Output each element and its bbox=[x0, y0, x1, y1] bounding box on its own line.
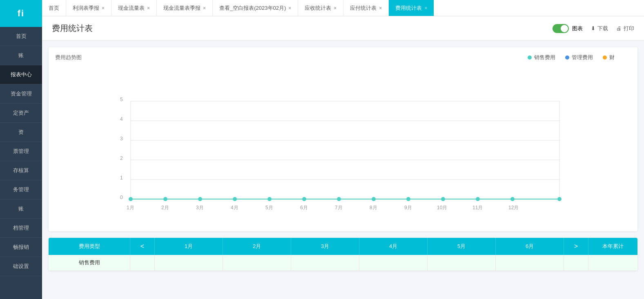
svg-point-19 bbox=[302, 197, 306, 201]
svg-text:4月: 4月 bbox=[231, 205, 238, 210]
sidebar-item-write-off[interactable]: 畅报销 bbox=[0, 238, 42, 257]
sidebar-item-ledger[interactable]: 账 bbox=[0, 46, 42, 65]
svg-text:5: 5 bbox=[120, 97, 123, 102]
svg-text:5月: 5月 bbox=[265, 205, 273, 210]
svg-point-17 bbox=[233, 197, 237, 201]
tab-profit-quarterly[interactable]: 利润表季报 × bbox=[66, 0, 111, 16]
legend-dot-sales bbox=[528, 55, 532, 60]
svg-point-25 bbox=[510, 197, 515, 201]
td-m2 bbox=[223, 255, 291, 270]
svg-point-14 bbox=[129, 197, 133, 201]
chart-svg-container: 0 1 2 3 4 5 bbox=[55, 69, 631, 225]
tab-expense[interactable]: 费用统计表 × bbox=[389, 0, 434, 16]
next-arrow-icon[interactable]: > bbox=[573, 243, 579, 250]
th-prev[interactable]: < bbox=[130, 238, 155, 255]
legend-dot-finance bbox=[603, 55, 607, 60]
svg-point-18 bbox=[267, 197, 272, 201]
tab-view-blank[interactable]: 查看_空白报表(2023年02月) × bbox=[213, 0, 298, 16]
svg-point-20 bbox=[337, 197, 341, 201]
sidebar-item-business[interactable]: 务管理 bbox=[0, 180, 42, 199]
td-ytd bbox=[588, 255, 637, 270]
th-m3: 3月 bbox=[291, 238, 359, 255]
td-prev bbox=[130, 255, 155, 270]
legend-sales: 销售费用 bbox=[528, 54, 555, 61]
svg-text:9月: 9月 bbox=[404, 205, 412, 210]
table-header: 费用类型 < 1月 2月 3月 4月 5月 bbox=[49, 238, 637, 255]
th-next[interactable]: > bbox=[564, 238, 588, 255]
chart-toggle[interactable] bbox=[553, 24, 569, 33]
sidebar-item-inventory[interactable]: 存核算 bbox=[0, 161, 42, 180]
tab-payable[interactable]: 应付统计表 × bbox=[343, 0, 389, 16]
legend-label-sales: 销售费用 bbox=[534, 54, 555, 61]
sidebar-item-fund[interactable]: 资金管理 bbox=[0, 84, 42, 104]
sidebar-item-home[interactable]: 首页 bbox=[0, 27, 42, 46]
close-expense[interactable]: × bbox=[424, 5, 427, 11]
sidebar-item-reports[interactable]: 报表中心 bbox=[0, 65, 42, 84]
sidebar-item-archive[interactable]: 档管理 bbox=[0, 219, 42, 238]
chart-title: 费用趋势图 bbox=[55, 54, 82, 61]
chart-toggle-wrap: 图表 bbox=[553, 24, 583, 33]
svg-text:2: 2 bbox=[120, 155, 123, 161]
expense-table: 费用类型 < 1月 2月 3月 4月 5月 bbox=[49, 238, 637, 271]
chart-legend: 销售费用 管理费用 财 bbox=[528, 54, 615, 61]
tab-cashflow[interactable]: 现金流量表 × bbox=[111, 0, 157, 16]
tab-home[interactable]: 首页 bbox=[42, 0, 66, 16]
download-button[interactable]: ⬇ 下载 bbox=[591, 25, 608, 32]
sidebar-item-fixed-assets[interactable]: 定资产 bbox=[0, 104, 42, 123]
svg-point-23 bbox=[441, 197, 445, 201]
legend-mgmt: 管理费用 bbox=[565, 54, 593, 61]
sidebar-item-invoice[interactable]: 票管理 bbox=[0, 142, 42, 161]
close-payable[interactable]: × bbox=[379, 5, 382, 11]
tab-receivable[interactable]: 应收统计表 × bbox=[298, 0, 343, 16]
sidebar-item-settings[interactable]: 础设置 bbox=[0, 257, 42, 276]
td-m4 bbox=[359, 255, 428, 270]
prev-arrow-icon[interactable]: < bbox=[139, 243, 146, 250]
th-m1: 1月 bbox=[155, 238, 223, 255]
svg-text:6月: 6月 bbox=[300, 205, 308, 210]
main-area: 首页 利润表季报 × 现金流量表 × 现金流量表季报 × 查看_空白报表(202… bbox=[42, 0, 644, 299]
app-logo: fi bbox=[0, 0, 42, 27]
sidebar-item-sub-ledger[interactable]: 账 bbox=[0, 199, 42, 219]
tab-bar: 首页 利润表季报 × 现金流量表 × 现金流量表季报 × 查看_空白报表(202… bbox=[42, 0, 644, 16]
header-actions: 图表 ⬇ 下载 🖨 打印 bbox=[553, 24, 634, 33]
tab-cashflow-quarterly[interactable]: 现金流量表季报 × bbox=[157, 0, 213, 16]
svg-point-22 bbox=[406, 197, 410, 201]
close-cashflow-quarterly[interactable]: × bbox=[203, 5, 206, 11]
th-m5: 5月 bbox=[428, 238, 496, 255]
legend-label-mgmt: 管理费用 bbox=[572, 54, 593, 61]
svg-text:2月: 2月 bbox=[161, 205, 169, 210]
close-cashflow[interactable]: × bbox=[147, 5, 150, 11]
svg-point-15 bbox=[163, 197, 167, 201]
svg-text:7月: 7月 bbox=[335, 205, 343, 210]
page-title: 费用统计表 bbox=[52, 23, 93, 34]
td-m5 bbox=[428, 255, 496, 270]
legend-finance: 财 bbox=[603, 54, 615, 61]
td-m1 bbox=[155, 255, 223, 270]
td-m3 bbox=[291, 255, 359, 270]
chart-header: 费用趋势图 销售费用 管理费用 财 bbox=[55, 54, 631, 65]
close-profit-quarterly[interactable]: × bbox=[102, 5, 105, 11]
th-m6: 6月 bbox=[496, 238, 564, 255]
chart-toggle-label: 图表 bbox=[572, 25, 583, 32]
table-row: 销售费用 bbox=[49, 255, 637, 271]
svg-text:4: 4 bbox=[120, 116, 123, 122]
td-type: 销售费用 bbox=[49, 255, 130, 270]
svg-point-24 bbox=[476, 197, 480, 201]
th-type: 费用类型 bbox=[49, 238, 130, 255]
download-icon: ⬇ bbox=[591, 25, 595, 31]
svg-text:11月: 11月 bbox=[472, 205, 483, 210]
page-content: 费用统计表 图表 ⬇ 下载 🖨 打印 费用趋势图 bbox=[42, 16, 644, 299]
close-receivable[interactable]: × bbox=[334, 5, 336, 11]
sidebar-item-resources[interactable]: 资 bbox=[0, 123, 42, 142]
print-icon: 🖨 bbox=[616, 25, 622, 31]
legend-dot-mgmt bbox=[565, 55, 569, 60]
svg-text:0: 0 bbox=[120, 195, 123, 200]
th-ytd: 本年累计 bbox=[588, 238, 637, 255]
svg-text:3月: 3月 bbox=[196, 205, 204, 210]
svg-text:12月: 12月 bbox=[508, 205, 519, 210]
trend-chart-svg: 0 1 2 3 4 5 bbox=[55, 69, 631, 224]
close-view-blank[interactable]: × bbox=[288, 5, 291, 11]
print-button[interactable]: 🖨 打印 bbox=[616, 25, 634, 32]
th-m2: 2月 bbox=[223, 238, 291, 255]
chart-section: 费用趋势图 销售费用 管理费用 财 bbox=[49, 47, 637, 231]
